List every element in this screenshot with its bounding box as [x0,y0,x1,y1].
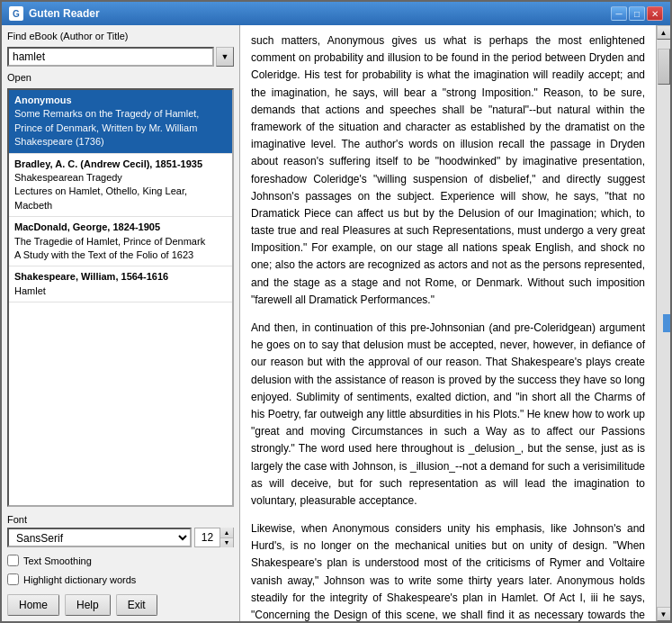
exit-button[interactable]: Exit [116,594,157,616]
scroll-track[interactable] [657,40,670,607]
book-author-2: MacDonald, George, 1824-1905 [14,221,227,234]
size-arrows: ▲ ▼ [220,528,233,547]
vertical-scrollbar[interactable]: ▲ ▼ [656,25,670,621]
book-author-0: Anonymous [14,94,227,107]
scroll-thumb[interactable] [658,49,670,85]
book-title-2: The Tragedie of Hamlet, Prince of Denmar… [14,235,227,263]
book-item-1[interactable]: Bradley, A. C. (Andrew Cecil), 1851-1935… [9,154,232,218]
book-author-1: Bradley, A. C. (Andrew Cecil), 1851-1935 [14,158,227,171]
search-dropdown-button[interactable]: ▼ [216,47,234,67]
bottom-buttons: Home Help Exit [7,594,234,616]
book-item-2[interactable]: MacDonald, George, 1824-1905 The Tragedi… [9,217,232,266]
home-button[interactable]: Home [7,594,59,616]
reading-text[interactable]: such matters, Anonymous gives us what is… [240,25,656,621]
main-window: G Guten Reader ─ □ ✕ Find eBook (Author … [0,0,672,623]
main-content: Find eBook (Author or Title) ▼ Open Anon… [2,25,670,621]
left-panel: Find eBook (Author or Title) ▼ Open Anon… [2,25,240,621]
font-select[interactable]: SansSerif Serif Monospace Arial Times Ne… [7,528,192,547]
font-label: Font [7,514,234,525]
book-title-3: Hamlet [14,284,227,298]
right-panel: such matters, Anonymous gives us what is… [240,25,670,621]
app-icon: G [9,6,23,21]
reading-paragraph-2: Likewise, when Anonymous considers unity… [251,520,645,621]
minimize-button[interactable]: ─ [611,6,627,21]
book-author-3: Shakespeare, William, 1564-1616 [14,270,227,284]
scroll-marker [663,314,670,332]
font-row: SansSerif Serif Monospace Arial Times Ne… [7,528,234,547]
text-smoothing-checkbox[interactable] [7,555,19,566]
book-title-0: Some Remarks on the Tragedy of Hamlet, P… [14,107,227,149]
highlight-label: Highlight dictionary words [23,574,136,585]
book-item-0[interactable]: Anonymous Some Remarks on the Tragedy of… [9,90,232,154]
search-input[interactable] [7,47,214,67]
reading-paragraph-1: And then, in continuation of this pre-Jo… [251,320,645,510]
open-label: Open [7,72,234,83]
title-bar-left: G Guten Reader [9,6,100,21]
text-area-container: such matters, Anonymous gives us what is… [240,25,670,621]
text-smoothing-row: Text Smoothing [7,555,234,566]
scroll-down-arrow[interactable]: ▼ [657,607,671,621]
book-item-3[interactable]: Shakespeare, William, 1564-1616 Hamlet [9,266,232,302]
font-size-down-button[interactable]: ▼ [220,538,233,548]
reading-paragraph-0: such matters, Anonymous gives us what is… [251,32,645,309]
close-button[interactable]: ✕ [647,6,663,21]
font-size-input[interactable] [195,528,220,546]
scroll-up-arrow[interactable]: ▲ [657,25,671,40]
maximize-button[interactable]: □ [629,6,645,21]
find-label: Find eBook (Author or Title) [7,31,234,41]
search-row: ▼ [7,47,234,67]
font-section: Font SansSerif Serif Monospace Arial Tim… [7,514,234,547]
highlight-row: Highlight dictionary words [7,573,234,585]
highlight-checkbox[interactable] [7,573,19,585]
text-smoothing-label: Text Smoothing [23,555,92,566]
title-bar: G Guten Reader ─ □ ✕ [2,2,670,25]
window-controls: ─ □ ✕ [611,6,663,21]
font-size-up-button[interactable]: ▲ [220,528,233,538]
font-size-group: ▲ ▼ [194,528,234,547]
book-title-1: Shakespearean TragedyLectures on Hamlet,… [14,171,227,212]
book-list[interactable]: Anonymous Some Remarks on the Tragedy of… [7,88,234,507]
window-title: Guten Reader [29,7,100,20]
help-button[interactable]: Help [65,594,111,616]
